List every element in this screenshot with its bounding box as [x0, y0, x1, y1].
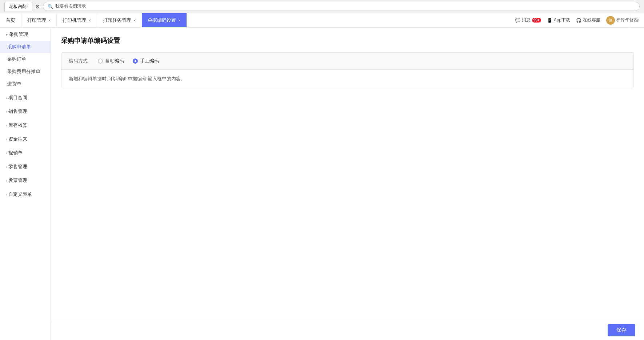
browser-bar: 老板勿削! ⚙ 🔍 我要看实例演示: [0, 0, 644, 13]
sidebar-group-purchase-mgmt: ▾ 采购管理 采购申请单 采购订单 采购费用分摊单 进货单: [0, 28, 51, 90]
sidebar-group-project-contract-title[interactable]: › 项目合同: [0, 91, 51, 104]
customer-service-label: 在线客服: [583, 17, 600, 23]
sidebar: ▾ 采购管理 采购申请单 采购订单 采购费用分摊单 进货单 › 项目合同: [0, 28, 51, 340]
nav-tab-voucher-code-label: 单据编码设置: [148, 17, 176, 24]
chevron-down-icon: ▾: [6, 33, 8, 37]
top-nav-right: 💬 消息 99+ 📱 App下载 🎧 在线客服 徐 徐泽华修改: [509, 13, 644, 27]
sidebar-group-inventory-label: 库存核算: [8, 122, 27, 129]
browser-tab[interactable]: 老板勿削!: [4, 2, 32, 11]
sidebar-group-custom-forms: › 自定义表单: [0, 187, 51, 201]
sidebar-group-returns-label: 报销单: [8, 150, 23, 156]
sidebar-group-retail-mgmt-label: 零售管理: [8, 163, 27, 170]
nav-tab-print-task[interactable]: 打印任务管理 ×: [97, 13, 142, 27]
chevron-right-icon-4: ›: [6, 137, 7, 141]
sidebar-group-invoice-mgmt-label: 发票管理: [8, 177, 27, 184]
nav-tab-print-mgmt-close[interactable]: ×: [48, 18, 51, 23]
sidebar-group-sales-mgmt: › 销售管理: [0, 105, 51, 118]
nav-tab-print-mgmt-label: 打印管理: [27, 17, 46, 24]
nav-tab-printer-mgmt-close[interactable]: ×: [88, 18, 91, 23]
nav-tab-print-mgmt[interactable]: 打印管理 ×: [21, 13, 57, 27]
sidebar-group-project-contract: › 项目合同: [0, 91, 51, 104]
app-download-item[interactable]: 📱 App下载: [547, 17, 570, 23]
message-badge: 99+: [532, 18, 541, 23]
browser-url-bar[interactable]: 🔍 我要看实例演示: [43, 2, 640, 11]
nav-tab-home[interactable]: 首页: [0, 13, 21, 27]
sidebar-item-purchase-request-label: 采购申请单: [7, 44, 31, 49]
main-layout: ▾ 采购管理 采购申请单 采购订单 采购费用分摊单 进货单 › 项目合同: [0, 28, 644, 340]
chevron-right-icon-3: ›: [6, 124, 7, 128]
sidebar-group-invoice-mgmt: › 发票管理: [0, 174, 51, 187]
sidebar-item-purchase-order[interactable]: 采购订单: [0, 53, 51, 65]
sidebar-group-inventory: › 库存核算: [0, 118, 51, 131]
sidebar-group-sales-mgmt-title[interactable]: › 销售管理: [0, 105, 51, 118]
nav-tab-printer-mgmt[interactable]: 打印机管理 ×: [57, 13, 97, 27]
sidebar-group-sales-mgmt-label: 销售管理: [8, 108, 27, 115]
chevron-right-icon-5: ›: [6, 151, 7, 155]
sidebar-group-returns: › 报销单: [0, 146, 51, 159]
form-label-coding-method: 编码方式: [69, 58, 98, 64]
chevron-right-icon-7: ›: [6, 179, 7, 183]
browser-url-text: 我要看实例演示: [55, 3, 86, 9]
radio-auto-coding-circle: [98, 58, 103, 64]
nav-tab-voucher-code[interactable]: 单据编码设置 ×: [142, 13, 187, 27]
browser-settings-icon[interactable]: ⚙: [35, 4, 40, 9]
coding-form-row: 编码方式 自动编码 手工编码: [61, 53, 633, 70]
sidebar-group-invoice-mgmt-title[interactable]: › 发票管理: [0, 174, 51, 187]
save-button[interactable]: 保存: [608, 324, 635, 336]
sidebar-item-goods-receipt[interactable]: 进货单: [0, 78, 51, 90]
chevron-right-icon-6: ›: [6, 165, 7, 169]
sidebar-item-purchase-expense[interactable]: 采购费用分摊单: [0, 65, 51, 78]
sidebar-group-retail-mgmt: › 零售管理: [0, 160, 51, 173]
sidebar-item-purchase-request[interactable]: 采购申请单: [0, 41, 51, 53]
message-icon: 💬: [515, 18, 520, 23]
radio-group-coding: 自动编码 手工编码: [98, 58, 159, 64]
sidebar-group-inventory-title[interactable]: › 库存核算: [0, 118, 51, 131]
sidebar-group-retail-mgmt-title[interactable]: › 零售管理: [0, 160, 51, 173]
close-page-button[interactable]: ×: [631, 13, 644, 27]
sidebar-item-purchase-expense-label: 采购费用分摊单: [7, 69, 40, 74]
customer-service-icon: 🎧: [576, 18, 581, 23]
hint-text: 新增和编辑单据时,可以编辑'单据编号'输入框中的内容。: [61, 70, 633, 88]
customer-service-item[interactable]: 🎧 在线客服: [576, 17, 600, 23]
radio-manual-coding-circle: [133, 58, 138, 64]
browser-tab-label: 老板勿削!: [9, 4, 28, 10]
avatar: 徐: [606, 16, 615, 25]
app-download-icon: 📱: [547, 18, 552, 23]
chevron-right-icon-2: ›: [6, 110, 7, 114]
content-area: 采购申请单编码设置 编码方式 自动编码 手工编码: [51, 28, 644, 340]
sidebar-group-capital-title[interactable]: › 资金往来: [0, 132, 51, 145]
app-download-label: App下载: [554, 17, 570, 23]
top-nav: 首页 打印管理 × 打印机管理 × 打印任务管理 × 单据编码设置 × 💬 消息…: [0, 13, 644, 28]
radio-manual-coding[interactable]: 手工编码: [133, 58, 159, 64]
sidebar-item-purchase-order-label: 采购订单: [7, 56, 26, 62]
radio-auto-coding-label: 自动编码: [105, 58, 124, 64]
sidebar-group-returns-title[interactable]: › 报销单: [0, 146, 51, 159]
nav-tab-printer-mgmt-label: 打印机管理: [63, 17, 86, 24]
nav-tab-print-task-close[interactable]: ×: [133, 18, 136, 23]
radio-manual-coding-label: 手工编码: [140, 58, 159, 64]
message-label: 消息: [522, 17, 531, 23]
nav-tab-print-task-label: 打印任务管理: [103, 17, 131, 24]
message-nav-item[interactable]: 💬 消息 99+: [515, 17, 541, 23]
sidebar-group-purchase-mgmt-label: 采购管理: [9, 31, 28, 38]
sidebar-group-custom-forms-title[interactable]: › 自定义表单: [0, 187, 51, 201]
chevron-right-icon: ›: [6, 96, 7, 100]
content-main: 采购申请单编码设置 编码方式 自动编码 手工编码: [51, 28, 644, 320]
sidebar-group-custom-forms-label: 自定义表单: [8, 191, 32, 198]
coding-form: 编码方式 自动编码 手工编码 新增和编辑单据时,可以编辑'单据编号'输入框中的内…: [61, 52, 634, 88]
sidebar-item-goods-receipt-label: 进货单: [7, 81, 21, 86]
page-title: 采购申请单编码设置: [61, 36, 634, 45]
chevron-right-icon-8: ›: [6, 193, 7, 197]
sidebar-group-project-contract-label: 项目合同: [8, 94, 27, 101]
content-footer: 保存: [51, 320, 644, 340]
avatar-initials: 徐: [609, 18, 612, 23]
sidebar-group-capital: › 资金往来: [0, 132, 51, 145]
sidebar-group-capital-label: 资金往来: [8, 136, 27, 142]
radio-auto-coding[interactable]: 自动编码: [98, 58, 124, 64]
nav-tab-voucher-code-close[interactable]: ×: [178, 18, 180, 23]
nav-tab-home-label: 首页: [6, 17, 15, 24]
sidebar-group-purchase-mgmt-title[interactable]: ▾ 采购管理: [0, 28, 51, 41]
